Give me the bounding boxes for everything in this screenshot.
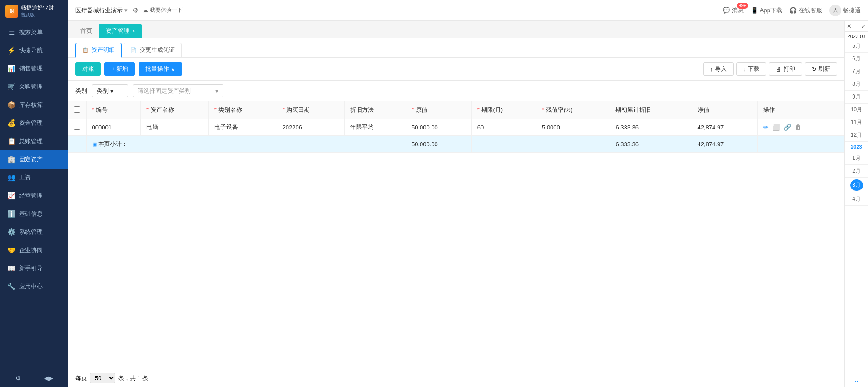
month-8[interactable]: 8月 xyxy=(845,78,868,91)
online-service-label: 在线客服 xyxy=(799,6,822,15)
search-icon: ☰ xyxy=(7,28,15,36)
copy-btn[interactable]: ⬜ xyxy=(772,124,780,131)
experience-label[interactable]: 我要体验一下 xyxy=(150,6,183,14)
reconcile-button[interactable]: 对账 xyxy=(75,62,101,76)
download-button[interactable]: ↓ 下载 xyxy=(736,62,767,76)
logo-icon: 财 xyxy=(5,5,18,18)
subtotal-label: ▣ 本页小计： xyxy=(86,136,406,153)
sidebar-item-app-center[interactable]: 🔧 应用中心 xyxy=(0,278,68,296)
delete-btn[interactable]: 🗑 xyxy=(795,124,801,131)
sales-icon: 📊 xyxy=(7,64,15,73)
th-id: 编号 xyxy=(86,101,141,119)
sidebar-item-guide[interactable]: 📖 新手引导 xyxy=(0,259,68,278)
sidebar-item-label: 采购管理 xyxy=(19,83,43,91)
sidebar-menu: ☰ 搜索菜单 ⚡ 快捷导航 📊 销售管理 🛒 采购管理 📦 库存核算 💰 资金管… xyxy=(0,23,68,369)
sidebar-item-base-info[interactable]: ℹ️ 基础信息 xyxy=(0,205,68,223)
import-button[interactable]: ↑ 导入 xyxy=(703,62,734,76)
right-panel-close-btn[interactable]: ✕ xyxy=(847,23,852,30)
sidebar-item-sales[interactable]: 📊 销售管理 xyxy=(0,60,68,78)
month-9[interactable]: 9月 xyxy=(845,91,868,104)
sidebar-item-label: 企业协同 xyxy=(19,246,43,254)
link-btn[interactable]: 🔗 xyxy=(784,124,791,131)
right-panel-bottom[interactable]: ⌄ xyxy=(853,373,859,387)
new-button[interactable]: + 新增 xyxy=(104,62,135,76)
sidebar-item-ledger[interactable]: 📋 总账管理 xyxy=(0,132,68,150)
filter-row: 类别 类别 ▾ 请选择固定资产类别 ▾ xyxy=(68,81,844,101)
system-icon: ⚙️ xyxy=(7,228,15,236)
payroll-icon: 👥 xyxy=(7,174,15,182)
print-button[interactable]: 🖨 打印 xyxy=(769,62,802,76)
per-page-select[interactable]: 50 10 20 100 xyxy=(90,373,115,383)
company-name: 医疗器械行业演示 xyxy=(75,6,123,15)
month-1[interactable]: 1月 xyxy=(845,152,868,165)
download-label: 下载 xyxy=(748,65,759,73)
select-all-checkbox[interactable] xyxy=(74,106,80,113)
messages-btn[interactable]: 💬 消息 99+ xyxy=(723,6,744,15)
month-10[interactable]: 10月 xyxy=(845,104,868,116)
sidebar-item-payroll[interactable]: 👥 工资 xyxy=(0,169,68,187)
sidebar-item-enterprise[interactable]: 🤝 企业协同 xyxy=(0,241,68,259)
month-7[interactable]: 7月 xyxy=(845,65,868,78)
sidebar-bottom: ⚙ ◀▶ xyxy=(0,369,68,387)
refresh-label: 刷新 xyxy=(818,65,830,73)
inner-tabs: 📋 资产明细 📄 变更生成凭证 xyxy=(68,38,844,58)
inner-tab-change-voucher-label: 变更生成凭证 xyxy=(139,46,175,54)
batch-ops-button[interactable]: 批量操作 ∨ xyxy=(139,62,182,76)
table-header-row: 编号 资产名称 类别名称 购买日期 折旧方法 原值 期限(月) 残值率(%) 期… xyxy=(68,101,844,119)
category-type-select[interactable]: 类别 ▾ xyxy=(92,84,128,97)
settings-icon[interactable]: ⚙ xyxy=(132,6,138,15)
row-actions: ✏ ⬜ 🔗 🗑 xyxy=(763,124,838,131)
sidebar-item-fixed-assets[interactable]: 🏢 固定资产 xyxy=(0,150,68,169)
avatar: 人 xyxy=(829,5,841,16)
edit-btn[interactable]: ✏ xyxy=(763,124,769,131)
category-search-input[interactable]: 请选择固定资产类别 ▾ xyxy=(133,84,223,97)
month-5[interactable]: 5月 xyxy=(845,40,868,53)
logo-title: 畅捷通好业财 xyxy=(21,5,54,12)
online-service-btn[interactable]: 🎧 在线客服 xyxy=(789,6,822,15)
sidebar-item-quick-nav[interactable]: ⚡ 快捷导航 xyxy=(0,41,68,60)
row-checkbox[interactable] xyxy=(74,124,80,130)
app-center-icon: 🔧 xyxy=(7,283,15,291)
sidebar-item-inventory[interactable]: 📦 库存核算 xyxy=(0,96,68,114)
quick-nav-icon: ⚡ xyxy=(7,46,15,55)
tab-asset-mgmt[interactable]: 资产管理 × xyxy=(99,24,142,38)
sidebar-item-operations[interactable]: 📈 经营管理 xyxy=(0,187,68,205)
sidebar-item-search[interactable]: ☰ 搜索菜单 xyxy=(0,23,68,41)
sidebar-item-purchase[interactable]: 🛒 采购管理 xyxy=(0,78,68,96)
th-purchase-date: 购买日期 xyxy=(277,101,345,119)
reconcile-label: 对账 xyxy=(82,65,94,73)
refresh-button[interactable]: ↻ 刷新 xyxy=(805,62,837,76)
sidebar-item-system[interactable]: ⚙️ 系统管理 xyxy=(0,223,68,241)
app-download-btn[interactable]: 📱 App下载 xyxy=(751,6,782,15)
year-label: 2023.03 xyxy=(845,32,868,40)
cell-actions: ✏ ⬜ 🔗 🗑 xyxy=(758,119,844,136)
inner-tab-change-voucher[interactable]: 📄 变更生成凭证 xyxy=(124,43,182,57)
month-6[interactable]: 6月 xyxy=(845,53,868,65)
month-3-active[interactable]: 3月 xyxy=(850,179,863,191)
messages-badge: 99+ xyxy=(737,3,748,9)
tab-close-icon[interactable]: × xyxy=(132,28,135,34)
messages-icon: 💬 xyxy=(723,7,730,14)
user-profile-btn[interactable]: 人 畅捷通 xyxy=(829,5,861,16)
collapse-btn[interactable]: ◀▶ xyxy=(40,373,57,383)
tab-home[interactable]: 首页 xyxy=(74,24,99,38)
settings-btn[interactable]: ⚙ xyxy=(12,373,25,383)
th-residual-rate: 残值率(%) xyxy=(536,101,610,119)
sidebar-item-label: 资金管理 xyxy=(19,119,43,127)
right-panel-expand-btn[interactable]: ⤢ xyxy=(861,23,866,30)
inner-tab-asset-detail[interactable]: 📋 资产明细 xyxy=(75,43,122,58)
funds-icon: 💰 xyxy=(7,119,15,127)
sidebar-item-funds[interactable]: 💰 资金管理 xyxy=(0,114,68,132)
month-4[interactable]: 4月 xyxy=(845,193,868,206)
company-selector[interactable]: 医疗器械行业演示 ▾ xyxy=(75,6,128,15)
right-panel-scroll: 5月 6月 7月 8月 9月 10月 11月 12月 2023 1月 2月 3月… xyxy=(845,40,868,373)
sidebar-logo: 财 畅捷通好业财 普及版 xyxy=(0,0,68,23)
month-12[interactable]: 12月 xyxy=(845,129,868,142)
new-label: + 新增 xyxy=(111,65,128,73)
month-11[interactable]: 11月 xyxy=(845,116,868,129)
month-2[interactable]: 2月 xyxy=(845,165,868,178)
page-content: 首页 资产管理 × 📋 资产明细 📄 变更生成凭证 xyxy=(68,21,844,387)
asset-table-wrapper: 编号 资产名称 类别名称 购买日期 折旧方法 原值 期限(月) 残值率(%) 期… xyxy=(68,101,844,369)
enterprise-icon: 🤝 xyxy=(7,246,15,254)
total-label: 条，共 1 条 xyxy=(118,374,148,382)
